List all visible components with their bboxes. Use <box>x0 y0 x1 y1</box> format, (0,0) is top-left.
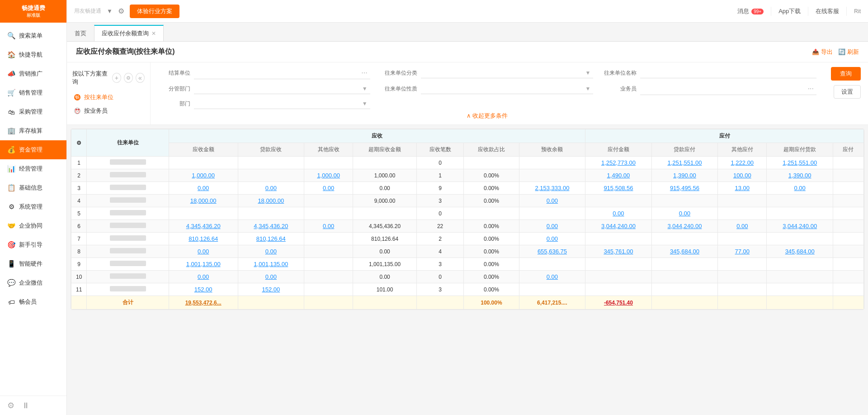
cell-2-1[interactable] <box>87 182 169 195</box>
sidebar-item-营销推广[interactable]: 📣营销推广 <box>0 64 66 83</box>
cell-5-7[interactable]: 0.00% <box>464 220 519 233</box>
cell-9-5[interactable]: 0.00 <box>353 271 417 283</box>
cell-4-6[interactable]: 0 <box>416 207 463 220</box>
filter-lwdwxz-input[interactable]: ▼ <box>421 84 594 94</box>
sidebar-item-资金管理[interactable]: 💰资金管理 <box>0 140 66 159</box>
sidebar-item-经营管理[interactable]: 📊经营管理 <box>0 159 66 178</box>
tab-0[interactable]: 首页 <box>67 25 94 41</box>
cell-2-7[interactable]: 0.00% <box>464 182 519 195</box>
cell-4-2[interactable] <box>169 207 238 220</box>
cell-7-2[interactable]: 0.00 <box>169 245 238 258</box>
cell-7-5[interactable]: 0.00 <box>353 245 417 258</box>
cell-7-8[interactable]: 655,636.75 <box>519 245 585 258</box>
cell-1-1[interactable] <box>87 169 169 182</box>
cell-2-6[interactable]: 9 <box>416 182 463 195</box>
topbar-dropdown-icon[interactable]: ▼ <box>107 8 113 14</box>
sidebar-item-企业协同[interactable]: 🤝企业协同 <box>0 216 66 235</box>
cell-6-9[interactable] <box>585 233 652 245</box>
cell-5-3[interactable]: 4,345,436.20 <box>238 220 304 233</box>
filter-ywy-input[interactable]: ··· <box>640 83 816 95</box>
cell-6-5[interactable]: 810,126.64 <box>353 233 417 245</box>
cell-6-1[interactable] <box>87 233 169 245</box>
cell-2-4[interactable]: 0.00 <box>304 182 353 195</box>
cell-9-12[interactable] <box>767 271 833 283</box>
collapse-sidebar-icon[interactable]: ⏸ <box>22 401 30 410</box>
cell-4-8[interactable] <box>519 207 585 220</box>
cell-2-3[interactable]: 0.00 <box>238 182 304 195</box>
cell-4-4[interactable] <box>304 207 353 220</box>
cell-1-7[interactable]: 0.00% <box>464 169 519 182</box>
online-service-link[interactable]: 在线客服 <box>816 7 839 15</box>
cell-5-11[interactable]: 0.00 <box>718 220 767 233</box>
cell-5-8[interactable]: 0.00 <box>519 220 585 233</box>
topbar-gear-icon[interactable]: ⚙ <box>118 7 124 15</box>
collapse-more-btn[interactable]: ∧ 收起更多条件 <box>158 112 816 120</box>
cell-5-5[interactable]: 4,345,436.20 <box>353 220 417 233</box>
cell-10-3[interactable]: 152.00 <box>238 283 304 296</box>
cell-2-13[interactable] <box>833 182 863 195</box>
explore-btn[interactable]: 体验行业方案 <box>130 5 179 18</box>
cell-6-3[interactable]: 810,126.64 <box>238 233 304 245</box>
cell-2-11[interactable]: 13.00 <box>718 182 767 195</box>
cell-9-11[interactable] <box>718 271 767 283</box>
cell-6-10[interactable] <box>651 233 718 245</box>
cell-9-3[interactable]: 0.00 <box>238 271 304 283</box>
cell-5-12[interactable]: 3,044,240.00 <box>767 220 833 233</box>
cell-7-13[interactable] <box>833 245 863 258</box>
cell-5-2[interactable]: 4,345,436.20 <box>169 220 238 233</box>
cell-8-8[interactable] <box>519 258 585 271</box>
filter-lwdwmc-input[interactable] <box>640 68 816 78</box>
filter-lwdwfl-input[interactable]: ▼ <box>421 68 594 78</box>
cell-9-2[interactable]: 0.00 <box>169 271 238 283</box>
cell-7-7[interactable]: 0.00% <box>464 245 519 258</box>
cell-0-11[interactable]: 1,222.00 <box>718 157 767 169</box>
cell-0-7[interactable] <box>464 157 519 169</box>
cell-10-1[interactable] <box>87 283 169 296</box>
cell-0-2[interactable] <box>169 157 238 169</box>
filter-config-btn[interactable]: ⚙ <box>124 73 133 83</box>
cell-6-6[interactable]: 2 <box>416 233 463 245</box>
cell-10-2[interactable]: 152.00 <box>169 283 238 296</box>
cell-0-6[interactable]: 0 <box>416 157 463 169</box>
filter-fgbm-input[interactable]: ▼ <box>194 84 370 94</box>
settings-footer-icon[interactable]: ⚙ <box>7 401 14 410</box>
cell-8-1[interactable] <box>87 258 169 271</box>
cell-9-1[interactable] <box>87 271 169 283</box>
cell-10-7[interactable]: 0.00% <box>464 283 519 296</box>
cell-10-10[interactable] <box>651 283 718 296</box>
cell-3-6[interactable]: 3 <box>416 195 463 207</box>
cell-8-11[interactable] <box>718 258 767 271</box>
scheme-partner[interactable]: 畅 按往来单位 <box>67 91 150 104</box>
query-btn[interactable]: 查询 <box>831 67 861 81</box>
cell-0-9[interactable]: 1,252,773.00 <box>585 157 652 169</box>
cell-4-13[interactable] <box>833 207 863 220</box>
cell-4-1[interactable] <box>87 207 169 220</box>
cell-7-3[interactable]: 0.00 <box>238 245 304 258</box>
cell-6-12[interactable] <box>767 233 833 245</box>
cell-3-4[interactable] <box>304 195 353 207</box>
cell-9-9[interactable] <box>585 271 652 283</box>
sidebar-item-销售管理[interactable]: 🛒销售管理 <box>0 83 66 102</box>
sidebar-item-基础信息[interactable]: 📋基础信息 <box>0 178 66 197</box>
cell-10-6[interactable]: 3 <box>416 283 463 296</box>
cell-3-3[interactable]: 18,000.00 <box>238 195 304 207</box>
cell-6-8[interactable]: 0.00 <box>519 233 585 245</box>
cell-4-7[interactable] <box>464 207 519 220</box>
cell-4-3[interactable] <box>238 207 304 220</box>
cell-0-10[interactable]: 1,251,551.00 <box>651 157 718 169</box>
cell-10-5[interactable]: 101.00 <box>353 283 417 296</box>
cell-10-9[interactable] <box>585 283 652 296</box>
cell-4-10[interactable]: 0.00 <box>651 207 718 220</box>
cell-3-9[interactable] <box>585 195 652 207</box>
cell-9-8[interactable]: 0.00 <box>519 271 585 283</box>
export-btn[interactable]: 📤 导出 <box>812 48 833 56</box>
cell-0-5[interactable] <box>353 157 417 169</box>
cell-0-12[interactable]: 1,251,551.00 <box>767 157 833 169</box>
topbar-messages[interactable]: 消息 99+ <box>737 7 764 15</box>
filter-add-btn[interactable]: + <box>112 73 121 83</box>
cell-0-1[interactable] <box>87 157 169 169</box>
filter-jsdw-input[interactable]: ··· <box>194 67 370 79</box>
refresh-btn[interactable]: 🔄 刷新 <box>838 48 859 56</box>
tab-close-1[interactable]: ✕ <box>151 30 156 37</box>
cell-8-5[interactable]: 1,001,135.00 <box>353 258 417 271</box>
